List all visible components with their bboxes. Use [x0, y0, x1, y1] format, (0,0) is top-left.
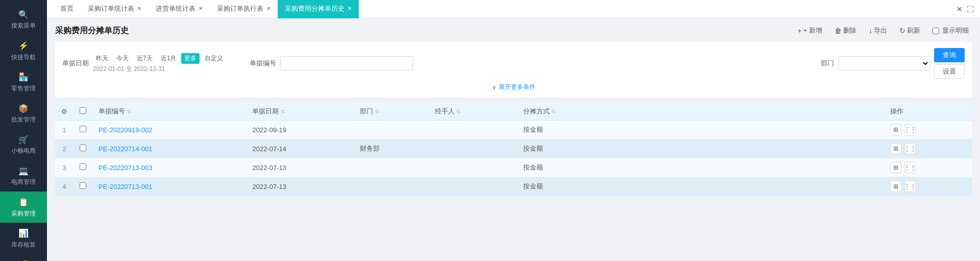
sidebar-item-ecommerce-small[interactable]: 🛒 小畅电商	[0, 129, 47, 160]
handler-cell-3	[429, 158, 518, 177]
date-btn-7days[interactable]: 近7天	[134, 53, 156, 64]
export-icon: ↓	[869, 27, 872, 35]
doc-num-input[interactable]	[280, 56, 413, 70]
row-num-2: 2	[55, 139, 74, 158]
row-checkbox-1[interactable]	[80, 126, 86, 132]
sidebar-item-search[interactable]: 🔍 搜索菜单	[0, 4, 47, 35]
add-button[interactable]: + + 新增	[795, 25, 825, 37]
tab-purchase-order-stats[interactable]: 采购订单统计表 ✕	[81, 0, 149, 18]
tab-purchase-exec[interactable]: 采购订单执行表 ✕	[210, 0, 278, 18]
delete-button[interactable]: 🗑 删除	[831, 25, 860, 37]
tab-window-actions: ✕ ⛶	[957, 5, 974, 13]
ecommerce-icon: 💻	[2, 165, 45, 177]
data-table: ⚙ 单据编号 ⇅ 单据日期 ⇅ 部门	[55, 103, 972, 196]
inventory-icon: 📊	[2, 228, 45, 239]
finance-icon: 💰	[2, 259, 45, 262]
date-shortcuts-group: 昨天 今天 近7天 近1月 更多 自定义 2022-01-01 至 2022-1…	[93, 53, 226, 74]
more-button-1[interactable]: ⋮⋮	[904, 124, 916, 135]
retail-icon: 🏪	[2, 72, 45, 83]
select-all-checkbox[interactable]	[80, 107, 86, 114]
col-action: 操作	[884, 103, 972, 121]
main-area: 首页 采购订单统计表 ✕ 进货单统计表 ✕ 采购订单执行表 ✕ 采购费用分摊单历…	[47, 0, 980, 261]
row-checkbox-2[interactable]	[80, 145, 86, 151]
close-tab-purchase-order-stats[interactable]: ✕	[137, 6, 141, 11]
col-settings[interactable]: ⚙	[55, 103, 74, 121]
refresh-button[interactable]: ↻ 刷新	[896, 25, 923, 37]
tab-purchase-cost-history[interactable]: 采购费用分摊单历史 ✕	[278, 0, 359, 18]
edit-button-4[interactable]: ⊞	[890, 181, 901, 192]
split-method-cell-1: 按金额	[517, 121, 884, 139]
doc-num-link-1[interactable]: PE-20220919-002	[99, 126, 153, 134]
table-row: 1 PE-20220919-002 2022-09-19 按金额 ⊞ ⋮⋮	[55, 121, 972, 139]
toolbar: + + 新增 🗑 删除 ↓ 导出 ↻ 刷新 显示明细	[795, 25, 972, 37]
settings-button[interactable]: 设置	[934, 64, 965, 79]
show-detail-check[interactable]	[933, 28, 939, 34]
doc-num-link-2[interactable]: PE-20220714-001	[99, 145, 153, 153]
sidebar-item-wholesale[interactable]: 📦 批发管理	[0, 98, 47, 129]
doc-date-cell-3: 2022-07-13	[246, 158, 354, 177]
sidebar-item-quicknav[interactable]: ⚡ 快捷导航	[0, 35, 47, 66]
edit-button-1[interactable]: ⊞	[890, 124, 901, 135]
sidebar-item-inventory[interactable]: 📊 库存核算	[0, 223, 47, 254]
col-split-method[interactable]: 分摊方式 ⇅	[517, 103, 884, 121]
date-filter-label: 单据日期	[62, 59, 89, 68]
more-button-2[interactable]: ⋮⋮	[904, 143, 916, 154]
expand-conditions-button[interactable]: ∨ 展开更多条件	[492, 83, 535, 91]
row-num-1: 1	[55, 121, 74, 139]
sidebar-item-purchase[interactable]: 📋 采购管理	[0, 192, 47, 223]
doc-num-cell-2: PE-20220714-001	[92, 139, 246, 158]
sidebar-item-ecommerce[interactable]: 💻 电商管理	[0, 160, 47, 192]
filter-right-group: 部门 财务部 查询 设置	[821, 48, 965, 79]
filter-row: 单据日期 昨天 今天 近7天 近1月 更多 自定义 2022-01-01 至 2…	[62, 48, 965, 79]
tab-inbound-stats[interactable]: 进货单统计表 ✕	[149, 0, 210, 18]
tab-home[interactable]: 首页	[53, 0, 81, 18]
col-handler[interactable]: 经手人 ⇅	[429, 103, 518, 121]
action-cell-4: ⊞ ⋮⋮	[884, 177, 972, 196]
expand-window-icon[interactable]: ⛶	[967, 5, 974, 13]
sidebar-item-finance[interactable]: 💰 资金管理	[0, 254, 47, 262]
date-btn-more[interactable]: 更多	[181, 53, 200, 64]
close-window-icon[interactable]: ✕	[957, 5, 963, 13]
page-header: 采购费用分摊单历史 + + 新增 🗑 删除 ↓ 导出 ↻ 刷新	[55, 25, 972, 37]
action-group-1: ⊞ ⋮⋮	[890, 124, 966, 135]
close-tab-inbound-stats[interactable]: ✕	[199, 6, 203, 11]
sidebar-item-retail[interactable]: 🏪 零售管理	[0, 66, 47, 98]
table-row: 4 PE-20220713-001 2022-07-13 按金额 ⊞ ⋮⋮	[55, 177, 972, 196]
dept-select[interactable]: 财务部	[838, 56, 930, 70]
col-doc-num[interactable]: 单据编号 ⇅	[92, 103, 246, 121]
doc-num-cell-1: PE-20220919-002	[92, 121, 246, 139]
date-btn-yesterday[interactable]: 昨天	[93, 53, 111, 64]
action-cell-3: ⊞ ⋮⋮	[884, 158, 972, 177]
col-dept[interactable]: 部门 ⇅	[354, 103, 429, 121]
export-button[interactable]: ↓ 导出	[866, 25, 890, 37]
edit-button-3[interactable]: ⊞	[890, 162, 901, 173]
handler-cell-1	[429, 121, 518, 139]
doc-num-label: 单据编号	[250, 59, 276, 68]
close-tab-purchase-cost-history[interactable]: ✕	[348, 6, 352, 11]
row-num-4: 4	[55, 177, 74, 196]
show-detail-checkbox[interactable]: 显示明细	[929, 25, 972, 37]
doc-num-link-4[interactable]: PE-20220713-001	[99, 183, 153, 191]
more-button-3[interactable]: ⋮⋮	[904, 162, 916, 173]
date-btn-today[interactable]: 今天	[113, 53, 132, 64]
action-group-2: ⊞ ⋮⋮	[890, 143, 966, 154]
sort-handler-icon: ⇅	[456, 109, 460, 114]
sidebar: 🔍 搜索菜单 ⚡ 快捷导航 🏪 零售管理 📦 批发管理 🛒 小畅电商 💻 电商管…	[0, 0, 47, 261]
more-button-4[interactable]: ⋮⋮	[904, 181, 916, 192]
search-button[interactable]: 查询	[934, 48, 965, 62]
row-check-1	[74, 121, 92, 139]
col-doc-date[interactable]: 单据日期 ⇅	[246, 103, 354, 121]
doc-num-link-3[interactable]: PE-20220713-003	[99, 164, 153, 172]
date-btn-custom[interactable]: 自定义	[202, 53, 226, 64]
dept-row: 部门 财务部 查询 设置	[821, 48, 965, 79]
row-checkbox-4[interactable]	[80, 182, 86, 189]
add-icon: +	[798, 27, 802, 35]
handler-cell-2	[429, 139, 518, 158]
date-btn-1month[interactable]: 近1月	[158, 53, 180, 64]
row-checkbox-3[interactable]	[80, 163, 86, 170]
close-tab-purchase-exec[interactable]: ✕	[266, 6, 271, 11]
cart-icon: 🛒	[2, 134, 45, 146]
edit-button-2[interactable]: ⊞	[890, 143, 901, 154]
doc-num-cell-4: PE-20220713-001	[92, 177, 246, 196]
nav-icon: ⚡	[2, 40, 45, 52]
